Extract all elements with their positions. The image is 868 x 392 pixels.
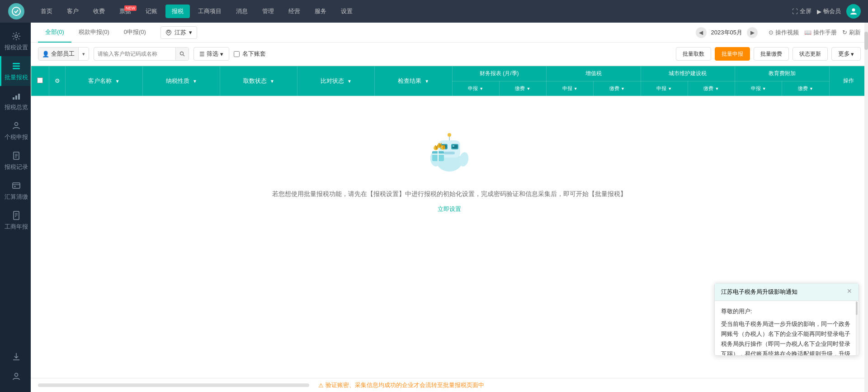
location-icon xyxy=(165,29,172,36)
page-scrollbar[interactable] xyxy=(864,23,868,392)
page-scrollbar-thumb xyxy=(864,32,868,50)
vat-declare-filter-icon[interactable]: ▼ xyxy=(574,86,578,91)
user-avatar[interactable] xyxy=(846,4,861,19)
logo-icon xyxy=(8,3,24,19)
account-checkbox-label[interactable]: 名下账套 xyxy=(234,50,266,58)
edu-declare-filter-icon[interactable]: ▼ xyxy=(762,86,766,91)
finance-pay-filter-icon[interactable]: ▼ xyxy=(526,86,530,91)
nav-customer[interactable]: 客户 xyxy=(61,5,85,18)
status-update-button[interactable]: 状态更新 xyxy=(793,47,828,61)
more-button[interactable]: 更多 ▾ xyxy=(831,47,861,61)
nav-accounting[interactable]: 记账 xyxy=(139,5,164,18)
city-pay-filter-icon[interactable]: ▼ xyxy=(715,86,719,91)
th-settings: ⚙ xyxy=(49,66,66,96)
search-button[interactable] xyxy=(175,48,189,60)
sidebar-download[interactable] xyxy=(8,347,24,367)
app-logo[interactable] xyxy=(7,2,25,20)
sidebar-item-personal-tax[interactable]: 个税申报 xyxy=(0,116,31,146)
data-table: ⚙ 客户名称 ▼ 纳税性质 ▼ 取数状态 xyxy=(31,66,868,96)
th-compare-status: 比对状态 ▼ xyxy=(297,66,375,96)
th-vat-pay: 缴费 ▼ xyxy=(594,81,641,96)
annual-report-icon xyxy=(11,210,22,221)
fetch-status-filter-icon[interactable]: ▼ xyxy=(270,79,274,84)
nav-invoice[interactable]: 票据 NEW xyxy=(113,5,137,18)
nav-message[interactable]: 消息 xyxy=(230,5,254,18)
nav-tax[interactable]: 报税 xyxy=(165,5,190,18)
nav-operation[interactable]: 经营 xyxy=(282,5,307,18)
th-vat: 增值税 xyxy=(547,66,641,81)
sidebar-item-tax-summary[interactable]: 报税总览 xyxy=(0,86,31,116)
region-selector[interactable]: 江苏 ▾ xyxy=(160,26,197,39)
operation-video-button[interactable]: ⊙ 操作视频 xyxy=(769,29,799,37)
employee-select[interactable]: 👤 全部员工 ▾ xyxy=(38,47,89,61)
tab-zero-declare[interactable]: 0申报(0) xyxy=(117,23,153,43)
svg-point-23 xyxy=(180,52,184,55)
tab-tax-declare[interactable]: 税款申报(0) xyxy=(71,23,117,43)
account-checkbox[interactable] xyxy=(234,51,240,57)
sidebar-item-tax-settings[interactable]: 报税设置 xyxy=(0,26,31,56)
svg-point-21 xyxy=(14,373,18,377)
svg-point-15 xyxy=(14,186,15,187)
nav-menu: 首页 客户 收费 票据 NEW 记账 报税 工商项目 消息 管理 经营 服务 设… xyxy=(34,5,792,18)
chevron-down-icon: ▾ xyxy=(189,29,192,36)
th-edu-pay: 缴费 ▼ xyxy=(782,81,829,96)
sidebar-item-annual-report[interactable]: 工商年报 xyxy=(0,206,31,235)
notification-body: 尊敬的用户: 受当前电子税务局进一步升级的影响，同一个政务网账号（办税人）名下的… xyxy=(715,301,859,355)
bottom-bar: ⚠ 验证账密、采集信息均成功的企业才会流转至批量报税页面中 xyxy=(31,378,868,392)
employee-select-chevron[interactable]: ▾ xyxy=(79,48,89,60)
nav-management[interactable]: 管理 xyxy=(256,5,280,18)
edu-pay-filter-icon[interactable]: ▼ xyxy=(809,86,813,91)
notification-close-button[interactable]: ✕ xyxy=(847,288,852,294)
th-operation: 操作 xyxy=(829,66,868,96)
batch-fetch-button[interactable]: 批量取数 xyxy=(676,47,711,61)
tax-nature-filter-icon[interactable]: ▼ xyxy=(193,79,197,84)
svg-text:¥: ¥ xyxy=(439,142,442,148)
prev-month-button[interactable]: ◀ xyxy=(696,27,707,38)
gear-icon[interactable]: ⚙ xyxy=(55,77,60,84)
search-input[interactable] xyxy=(94,51,175,57)
nav-settings[interactable]: 设置 xyxy=(335,5,359,18)
horizontal-scrollbar[interactable] xyxy=(38,383,309,387)
fullscreen-icon: ⛶ xyxy=(792,8,798,15)
nav-billing[interactable]: 收费 xyxy=(87,5,111,18)
setup-link[interactable]: 立即设置 xyxy=(438,205,461,213)
filter-button[interactable]: ☰ 筛选 ▾ xyxy=(193,47,229,61)
nav-service[interactable]: 服务 xyxy=(308,5,333,18)
fullscreen-button[interactable]: ⛶ 全屏 xyxy=(792,7,811,15)
svg-rect-13 xyxy=(13,183,20,188)
check-result-filter-icon[interactable]: ▼ xyxy=(425,79,429,84)
batch-pay-button[interactable]: 批量缴费 xyxy=(754,47,789,61)
finance-declare-filter-icon[interactable]: ▼ xyxy=(479,86,483,91)
sidebar-user[interactable] xyxy=(8,367,24,387)
refresh-button[interactable]: ↻ 刷新 xyxy=(842,29,861,37)
next-month-button[interactable]: ▶ xyxy=(747,27,758,38)
sidebar-item-batch-tax[interactable]: 批量报税 xyxy=(0,56,31,86)
svg-rect-35 xyxy=(444,152,455,154)
operation-manual-button[interactable]: 📖 操作手册 xyxy=(804,29,837,37)
th-checkbox xyxy=(31,66,49,96)
th-tax-nature: 纳税性质 ▼ xyxy=(143,66,220,96)
filter-arrow-icon[interactable]: ▼ xyxy=(115,79,120,84)
search-field[interactable] xyxy=(94,47,189,61)
month-navigator: ◀ 2023年05月 ▶ xyxy=(696,27,758,38)
vat-pay-filter-icon[interactable]: ▼ xyxy=(621,86,625,91)
batch-declare-button[interactable]: 批量申报 xyxy=(715,47,750,61)
nav-business[interactable]: 工商项目 xyxy=(192,5,228,18)
select-all-checkbox[interactable] xyxy=(37,77,43,83)
th-city-pay: 缴费 ▼ xyxy=(688,81,735,96)
tab-all[interactable]: 全部(0) xyxy=(38,23,71,43)
member-button[interactable]: ▶ 畅会员 xyxy=(817,7,841,15)
tax-summary-icon xyxy=(11,91,22,101)
sidebar-item-tax-record[interactable]: 报税记录 xyxy=(0,146,31,176)
sidebar-item-settlement[interactable]: 汇算清缴 xyxy=(0,176,31,206)
notification-header: 江苏电子税务局升级影响通知 ✕ xyxy=(715,283,859,301)
nav-home[interactable]: 首页 xyxy=(34,5,59,18)
city-declare-filter-icon[interactable]: ▼ xyxy=(668,86,672,91)
th-fetch-status: 取数状态 ▼ xyxy=(220,66,297,96)
th-finance-report: 财务报表 (月/季) xyxy=(452,66,547,81)
more-chevron-icon: ▾ xyxy=(851,51,854,57)
scrollbar-thumb xyxy=(856,301,858,315)
compare-status-filter-icon[interactable]: ▼ xyxy=(347,79,352,84)
svg-rect-34 xyxy=(453,145,454,147)
notification-scrollbar[interactable] xyxy=(856,301,858,356)
